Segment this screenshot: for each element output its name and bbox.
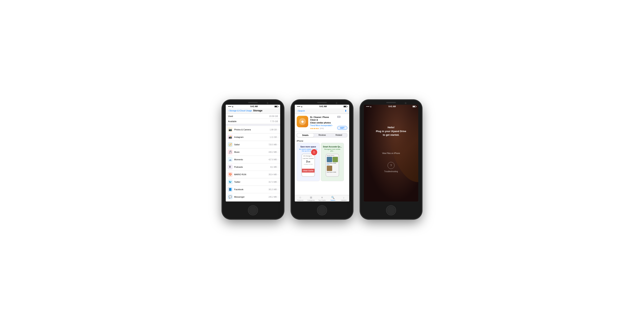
phone-3-top: [360, 100, 422, 103]
app-size: 317.4 MB: [268, 181, 277, 183]
app-size: 411 MB: [270, 166, 277, 168]
status-time-3: 9:41 AM: [388, 106, 396, 108]
app-info: Dr. Cleaner: Phone Clean & Clean similar…: [310, 116, 335, 130]
tab-categories[interactable]: ⊞ Categories: [306, 196, 317, 201]
status-time-2: 9:41 AM: [320, 106, 327, 108]
share-button[interactable]: ⬆: [345, 109, 347, 112]
chevron-right-icon: ›: [278, 158, 278, 161]
appstore-back-btn[interactable]: ‹ Search: [297, 110, 305, 112]
battery-fill-3: [413, 106, 415, 107]
chevron-right-icon: ›: [278, 180, 278, 183]
app-icon-inner: ◈: [299, 118, 306, 125]
status-bar-2: ••••• ▲ 9:41 AM: [295, 105, 349, 108]
back-chevron-icon: ‹: [228, 110, 229, 112]
app-icon-placeholder: 🎵: [228, 150, 233, 154]
app-header-right: 4+ GET: [337, 116, 347, 130]
battery-fill-1: [275, 106, 277, 107]
appstore-tabbar: ☆ Featured ⊞ Categories ≡ Top Charts 🔍 S…: [295, 195, 349, 202]
ss2-title: Smart Accurate Qu...: [322, 146, 344, 148]
screenshot-1: Save more space No need to delete any fi…: [297, 143, 320, 181]
storage-back-btn[interactable]: ‹ Storage & iCloud Usage: [228, 110, 252, 112]
battery-icon-3: [412, 106, 416, 107]
ixpand-help-btn[interactable]: ?: [388, 162, 394, 169]
tab-reviews[interactable]: Reviews: [314, 133, 331, 137]
list-item[interactable]: 📸 Instagram 1.11 GB ›: [226, 134, 280, 141]
list-item[interactable]: 📘 Facebook 301.5 MB ›: [226, 186, 280, 193]
phone-mockup-mini-2: Similar Photos Saved Space 3.58MB Delete…: [326, 154, 339, 177]
app-size: 1.88 GB: [270, 129, 277, 131]
developer-arrow-icon: ›: [332, 124, 333, 126]
clean-cache-btn[interactable]: Clean Cache: [302, 169, 315, 172]
battery-fill-2: [344, 106, 346, 107]
available-label: Available: [228, 120, 236, 122]
home-button-3[interactable]: [386, 205, 396, 215]
signal-dots: •••••: [228, 106, 232, 108]
status-signal-3: ••••• ▲: [366, 106, 372, 108]
available-row: Available 7.75 GB: [226, 119, 280, 124]
app-name: Messenger: [234, 196, 268, 198]
app-size: 1.11 GB: [270, 136, 277, 138]
list-item[interactable]: 🍄 MARIO RUN 353.4 MB ›: [226, 171, 280, 178]
home-button-1[interactable]: [248, 205, 258, 215]
tab-details[interactable]: Details: [297, 134, 314, 137]
app-icon-placeholder: 🗻: [228, 157, 233, 162]
app-developer[interactable]: Trend Micro Incorporated ›: [310, 124, 335, 126]
ixpand-troubleshoot-btn[interactable]: Troubleshooting: [384, 170, 398, 172]
get-button[interactable]: GET: [337, 126, 347, 130]
signal-dots-3: •••••: [366, 106, 370, 108]
featured-icon: ☆: [299, 196, 302, 199]
age-badge: 4+: [337, 116, 340, 118]
chevron-right-icon: ›: [278, 151, 278, 153]
categories-label: Categories: [308, 200, 315, 201]
status-battery-1: [274, 106, 278, 107]
wifi-icon: ▲: [232, 106, 234, 108]
list-item[interactable]: 🎵 Music 430.2 MB ›: [226, 148, 280, 156]
app-size: 427.8 MB: [268, 158, 277, 161]
speaker-3: [386, 102, 396, 103]
wifi-icon-2: ▲: [301, 106, 303, 108]
app-name: Twitter: [234, 181, 268, 183]
chevron-right-icon: ›: [278, 166, 278, 168]
list-item[interactable]: 🎙 Podcasts 411 MB ›: [226, 163, 280, 171]
list-item[interactable]: 🐦 Twitter 317.4 MB ›: [226, 178, 280, 186]
phone-1: ••••• ▲ 9:41 AM ‹ Storage & iCloud Usage: [222, 100, 284, 219]
list-item[interactable]: 📷 Photos & Camera 1.88 GB ›: [226, 126, 280, 134]
top-charts-label: Top Charts: [318, 200, 326, 201]
app-size: 245.2 MB: [268, 196, 277, 198]
front-camera: [267, 102, 268, 104]
available-value: 7.75 GB: [270, 120, 278, 122]
status-bar-1: ••••• ▲ 9:41 AM: [226, 105, 280, 108]
app-rating-row: ★★★★★ (370): [310, 127, 335, 130]
list-item[interactable]: 🧭 Safari 720.5 MB ›: [226, 141, 280, 148]
phone-1-bottom: [248, 202, 258, 219]
app-size: 720.5 MB: [268, 144, 277, 146]
storage-navbar: ‹ Storage & iCloud Usage Storage: [226, 108, 280, 114]
battery-icon-1: [274, 106, 278, 107]
app-header: ◈ Dr. Cleaner: Phone Clean & Clean simil…: [295, 114, 349, 132]
tab-search[interactable]: 🔍 Search: [327, 196, 338, 201]
phone-2: ••••• ▲ 9:41 AM ‹ Search ⬆: [291, 100, 353, 219]
tab-featured[interactable]: ☆ Featured: [295, 196, 306, 201]
phone-2-top: [291, 100, 353, 103]
back-chevron-icon-2: ‹: [297, 110, 298, 112]
status-battery-2: [344, 106, 347, 107]
app-size: 430.2 MB: [268, 151, 277, 153]
phone-2-bottom: [317, 202, 327, 219]
tab-top-charts[interactable]: ≡ Top Charts: [317, 196, 328, 201]
app-name: Podcasts: [234, 166, 270, 168]
ixpand-screen: ••••• ▲ 9:41 AM Hello! Plug in your iXpa…: [364, 105, 418, 202]
ixpand-greeting: Hello! Plug in your iXpand Drive to get …: [376, 126, 406, 137]
chevron-right-icon: ›: [278, 196, 278, 198]
home-button-2[interactable]: [317, 205, 327, 215]
app-icon-placeholder: 🐦: [228, 180, 233, 184]
battery-icon-2: [344, 106, 347, 107]
tab-related[interactable]: Related: [330, 133, 347, 137]
front-camera-3: [405, 102, 406, 104]
ixpand-view-files-btn[interactable]: View Files on iPhone: [382, 152, 400, 154]
app-title: Dr. Cleaner: Phone Clean & Clean similar…: [310, 116, 335, 124]
phone-1-screen: ••••• ▲ 9:41 AM ‹ Storage & iCloud Usage: [226, 105, 280, 202]
tab-updates[interactable]: ↓ Updates: [338, 196, 349, 201]
list-item[interactable]: 🗻 Momento 427.8 MB ›: [226, 156, 280, 163]
list-item[interactable]: 💬 Messenger 245.2 MB ›: [226, 193, 280, 201]
search-icon: 🔍: [331, 196, 334, 199]
